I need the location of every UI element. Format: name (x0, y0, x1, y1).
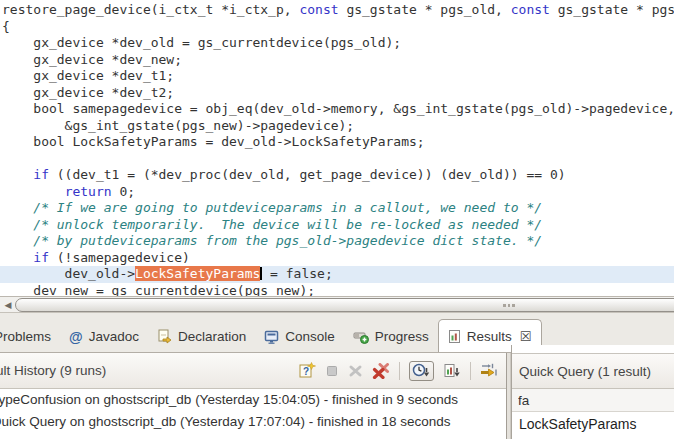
tab-problems[interactable]: Problems (0, 321, 60, 352)
code-line[interactable]: gx_device *dev_t1; (2, 68, 674, 85)
current-code-line[interactable]: dev_old->LockSafetyParams = false; (0, 266, 674, 283)
results-view-icon[interactable] (443, 363, 461, 379)
tab-label: Results (467, 329, 512, 344)
eclipse-window: restore_page_device(i_ctx_t *i_ctx_p, co… (0, 0, 674, 439)
code-line[interactable] (2, 151, 674, 168)
scrollbar-thumb[interactable] (15, 298, 674, 312)
stop-icon[interactable] (325, 364, 339, 378)
code-line[interactable]: /* by putdeviceparams from the pgs_old->… (2, 233, 674, 250)
code-line[interactable]: /* unlock temporarily. The device will b… (2, 217, 674, 234)
code-line[interactable]: /* If we are going to putdeviceparams in… (2, 200, 674, 217)
tab-label: Console (285, 329, 335, 344)
horizontal-scrollbar[interactable]: ◀ (0, 296, 674, 313)
quick-query-result-row[interactable]: LockSafetyParams (512, 412, 674, 436)
console-icon (264, 330, 279, 344)
javadoc-at-icon: @ (69, 330, 83, 344)
toolbar-separator (399, 362, 400, 380)
code-line[interactable]: gx_device *dev_t2; (2, 85, 674, 102)
history-toolbar: ? (298, 361, 506, 381)
close-icon[interactable]: ☒ (520, 329, 532, 344)
quick-query-panel: Quick Query (1 result) LockSafetyParams (511, 345, 674, 439)
scroll-left-arrow-icon[interactable]: ◀ (0, 298, 16, 312)
result-history-title: Result History (9 runs) (0, 363, 106, 378)
history-row[interactable]: TypeConfusion on ghostscript_db (Yesterd… (0, 389, 506, 411)
code-line[interactable]: if ((dev_t1 = (*dev_proc(dev_old, get_pa… (2, 167, 674, 184)
tab-javadoc[interactable]: @ Javadoc (60, 321, 148, 352)
code-line[interactable]: { (2, 19, 674, 36)
result-history-header: Result History (9 runs) ? (0, 353, 506, 389)
code-line[interactable]: gx_device *dev_new; (2, 52, 674, 69)
tab-label: Progress (375, 329, 429, 344)
history-view-icon[interactable] (409, 361, 434, 381)
svg-text:?: ? (303, 366, 309, 377)
history-row[interactable]: Quick Query on ghostscript_db (Yesterday… (0, 411, 506, 433)
new-query-icon[interactable]: ? (298, 362, 316, 379)
tab-progress[interactable]: Progress (344, 321, 438, 352)
code-line[interactable]: restore_page_device(i_ctx_t *i_ctx_p, co… (2, 2, 674, 19)
quick-query-input[interactable] (512, 389, 674, 412)
code-line[interactable]: if (!samepagedevice) (2, 250, 674, 267)
code-line[interactable]: gx_device *dev_old = gs_currentdevice(pg… (2, 35, 674, 52)
code-line[interactable]: bool LockSafetyParams = dev_old->LockSaf… (2, 134, 674, 151)
link-arrows-icon[interactable] (480, 363, 498, 379)
declaration-icon (157, 329, 172, 344)
highlighted-token: LockSafetyParams (135, 266, 260, 281)
code-line[interactable]: &gs_int_gstate(pgs_new)->pagedevice); (2, 118, 674, 135)
code-line[interactable]: dev_new = gs_currentdevice(pgs_new); (2, 283, 674, 297)
delete-all-icon[interactable] (372, 363, 390, 379)
tab-declaration[interactable]: Declaration (148, 321, 255, 352)
code-line[interactable]: return 0; (2, 184, 674, 201)
clear-icon[interactable] (348, 364, 363, 378)
toolbar-separator (470, 362, 471, 380)
code-line[interactable]: bool samepagedevice = obj_eq(dev_old->me… (2, 101, 674, 118)
tab-console[interactable]: Console (255, 321, 344, 352)
tab-label: Problems (0, 329, 51, 344)
results-icon (448, 329, 461, 344)
code-area[interactable]: restore_page_device(i_ctx_t *i_ctx_p, co… (0, 0, 674, 296)
quick-query-title: Quick Query (1 result) (512, 353, 674, 389)
scrollbar-grip-icon (503, 304, 517, 307)
tab-label: Javadoc (89, 329, 139, 344)
tab-label: Declaration (178, 329, 246, 344)
result-history-list: TypeConfusion on ghostscript_db (Yesterd… (0, 389, 506, 439)
progress-icon (353, 330, 369, 344)
